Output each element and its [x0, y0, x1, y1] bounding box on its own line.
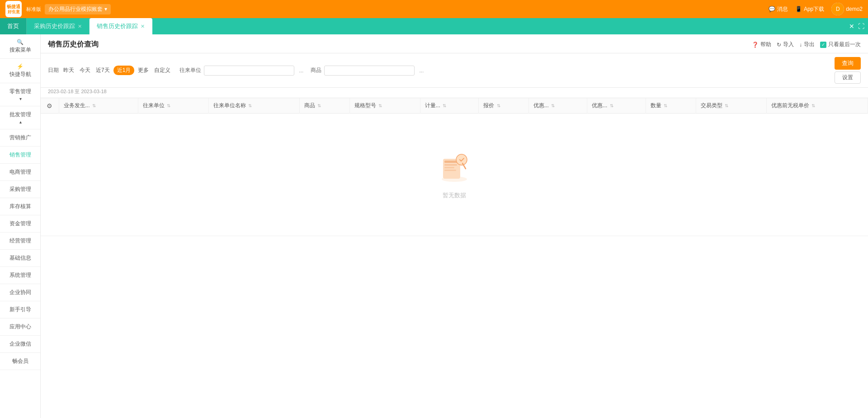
sidebar-item-system[interactable]: 系统管理: [0, 267, 40, 284]
sort-icon-discount2: ⇅: [610, 103, 613, 108]
sort-icon-partner-name: ⇅: [248, 103, 252, 108]
tab-sales-history[interactable]: 销售历史价跟踪 ✕: [90, 18, 152, 34]
tab-bar: 首页 采购历史价跟踪 ✕ 销售历史价跟踪 ✕ ✕ ⛶: [0, 18, 868, 34]
sidebar-label-guide: 新手引导: [9, 306, 31, 314]
svg-rect-5: [444, 170, 456, 171]
sidebar-item-collab[interactable]: 企业协同: [0, 284, 40, 301]
app-download-btn[interactable]: 📱 App下载: [795, 5, 824, 13]
date-btn-7days[interactable]: 近7天: [94, 66, 112, 75]
sidebar-item-retail[interactable]: 零售管理 ▾: [0, 83, 40, 106]
col-spec[interactable]: 规格型号 ⇅: [349, 98, 420, 114]
sort-icon-quantity: ⇅: [664, 103, 667, 108]
product-dots[interactable]: ...: [419, 67, 424, 74]
sidebar-label-marketing: 营销推广: [9, 134, 31, 142]
partner-filter-label: 往来单位: [179, 66, 201, 74]
col-discount2[interactable]: 优惠... ⇅: [587, 98, 646, 114]
date-buttons: 昨天 今天 近7天 近1月 更多 自定义: [61, 66, 172, 75]
col-discount1[interactable]: 优惠... ⇅: [528, 98, 587, 114]
import-btn[interactable]: ↻ 导入: [777, 41, 794, 48]
sidebar-item-wholesale[interactable]: 批发管理 ▴: [0, 106, 40, 129]
col-quantity[interactable]: 数量 ⇅: [646, 98, 696, 114]
account-label: 办公用品行业模拟账套: [48, 5, 103, 13]
table-container: ⚙ 业务发生... ⇅ 往来单位 ⇅ 往来单位名称 ⇅ 商品 ⇅ 规格型号 ⇅ …: [41, 98, 868, 418]
tab-bar-actions: ✕ ⛶: [849, 23, 868, 30]
sort-icon-spec: ⇅: [378, 103, 382, 108]
date-range-row: 2023-02-18 至 2023-03-18: [41, 88, 868, 98]
date-btn-custom[interactable]: 自定义: [152, 66, 172, 75]
tab-sales-close[interactable]: ✕: [141, 24, 145, 29]
sidebar-label-shortcut: 快捷导航: [9, 71, 31, 78]
sidebar-label-search: 搜索菜单: [9, 46, 31, 54]
partner-input[interactable]: [204, 66, 294, 76]
sidebar-item-purchase[interactable]: 采购管理: [0, 181, 40, 198]
main-layout: 🔍 搜索菜单 ⚡ 快捷导航 零售管理 ▾ 批发管理 ▴ 营销推广 销售管理 电商…: [0, 34, 868, 418]
sort-icon-pretax: ⇅: [811, 103, 815, 108]
col-partner-code[interactable]: 往来单位 ⇅: [138, 98, 208, 114]
sort-icon-trade: ⇅: [725, 103, 728, 108]
sidebar-label-wechat: 企业微信: [9, 340, 31, 348]
chevron-down-icon: ▾: [19, 96, 22, 101]
sidebar-item-finance[interactable]: 资金管理: [0, 215, 40, 233]
sidebar-item-ecommerce[interactable]: 电商管理: [0, 164, 40, 181]
col-pretax-price[interactable]: 优惠前无税单价 ⇅: [766, 98, 868, 114]
svg-point-6: [456, 154, 467, 165]
page-header: 销售历史价查询 ❓ 帮助 ↻ 导入 ↓ 导出 ✓: [41, 34, 868, 53]
settings-button[interactable]: 设置: [835, 71, 861, 84]
sidebar-item-search[interactable]: 🔍 搜索菜单: [0, 34, 40, 59]
column-settings-icon[interactable]: ⚙: [47, 102, 52, 109]
account-dropdown[interactable]: 办公用品行业模拟账套 ▾: [45, 4, 111, 14]
user-menu[interactable]: D demo2: [831, 3, 863, 15]
date-btn-yesterday[interactable]: 昨天: [61, 66, 76, 75]
col-trade-type[interactable]: 交易类型 ⇅: [696, 98, 766, 114]
tab-purchase-close[interactable]: ✕: [78, 24, 82, 29]
search-button[interactable]: 查询: [835, 57, 861, 70]
tab-sales-label: 销售历史价跟踪: [97, 22, 138, 30]
product-input[interactable]: [324, 66, 415, 76]
sidebar-item-inventory[interactable]: 库存核算: [0, 198, 40, 215]
sidebar-item-marketing[interactable]: 营销推广: [0, 129, 40, 147]
table-header-row: ⚙ 业务发生... ⇅ 往来单位 ⇅ 往来单位名称 ⇅ 商品 ⇅ 规格型号 ⇅ …: [41, 98, 868, 114]
sidebar-label-finance: 资金管理: [9, 220, 31, 228]
sidebar-label-ecommerce: 电商管理: [9, 168, 31, 176]
sidebar-item-sales[interactable]: 销售管理: [0, 147, 40, 164]
help-btn[interactable]: ❓ 帮助: [752, 41, 771, 48]
maximize-icon[interactable]: ⛶: [858, 23, 864, 30]
content-area: 销售历史价查询 ❓ 帮助 ↻ 导入 ↓ 导出 ✓: [41, 34, 868, 418]
import-icon: ↻: [777, 42, 781, 48]
export-btn[interactable]: ↓ 导出: [799, 41, 815, 48]
sidebar-item-ops[interactable]: 经营管理: [0, 233, 40, 250]
sidebar-item-basic[interactable]: 基础信息: [0, 250, 40, 267]
only-last-checkbox[interactable]: ✓: [820, 42, 826, 48]
partner-dots[interactable]: ...: [299, 67, 303, 74]
sidebar-item-wechat[interactable]: 企业微信: [0, 336, 40, 353]
only-last-checkbox-label[interactable]: ✓ 只看最后一次: [820, 41, 861, 48]
tab-purchase-history[interactable]: 采购历史价跟踪 ✕: [27, 18, 90, 34]
date-btn-today[interactable]: 今天: [78, 66, 92, 75]
date-btn-more[interactable]: 更多: [136, 66, 151, 75]
date-btn-1month[interactable]: 近1月: [113, 66, 135, 75]
col-partner-name[interactable]: 往来单位名称 ⇅: [208, 98, 300, 114]
close-all-icon[interactable]: ✕: [849, 23, 854, 30]
sort-icon-partner: ⇅: [167, 103, 170, 108]
message-icon: 💬: [769, 6, 775, 12]
sidebar-label-purchase: 采购管理: [9, 185, 31, 193]
col-unit[interactable]: 计量... ⇅: [420, 98, 479, 114]
sidebar-item-shortcut[interactable]: ⚡ 快捷导航: [0, 59, 40, 83]
date-range-text: 2023-02-18 至 2023-03-18: [48, 89, 107, 94]
col-biz-date[interactable]: 业务发生... ⇅: [59, 98, 138, 114]
tab-home[interactable]: 首页: [0, 18, 27, 34]
sidebar-label-apps: 应用中心: [9, 323, 31, 331]
partner-filter-group: 往来单位 ...: [179, 66, 303, 76]
filter-bar: 日期 昨天 今天 近7天 近1月 更多 自定义 往来单位 ... 商品 ...: [41, 53, 868, 88]
sort-icon-quoted: ⇅: [497, 103, 500, 108]
tab-home-label: 首页: [7, 22, 19, 30]
col-product[interactable]: 商品 ⇅: [300, 98, 350, 114]
export-icon: ↓: [799, 42, 802, 48]
col-gear[interactable]: ⚙: [41, 98, 59, 114]
sidebar-item-apps[interactable]: 应用中心: [0, 318, 40, 336]
col-quoted-price[interactable]: 报价 ⇅: [479, 98, 529, 114]
sidebar-item-member[interactable]: 畅会员: [0, 353, 40, 370]
empty-text: 暂无数据: [443, 191, 466, 200]
message-btn[interactable]: 💬 消息: [769, 5, 788, 13]
sidebar-item-guide[interactable]: 新手引导: [0, 301, 40, 318]
